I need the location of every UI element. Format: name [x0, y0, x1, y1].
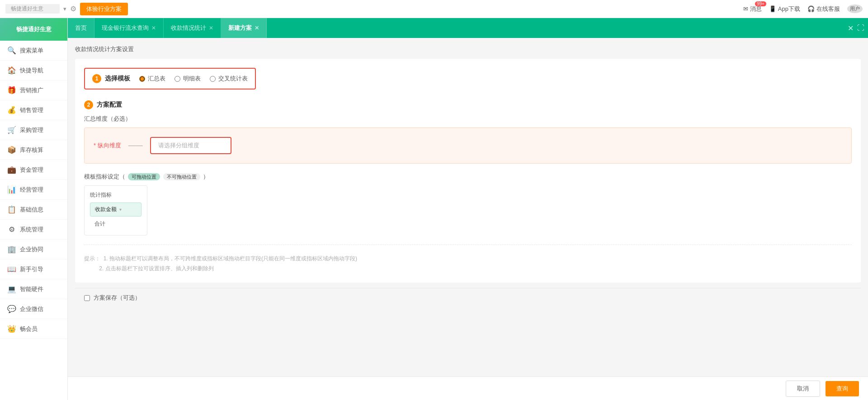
query-button[interactable]: 查询 [826, 381, 859, 396]
template-section-wrapper: 1 选择模板 汇总表 明细表 [84, 68, 852, 89]
guide-icon: 📖 [7, 265, 16, 273]
radio-detail-label: 明细表 [183, 75, 201, 83]
tab-collection-stats-close-icon[interactable]: ✕ [209, 25, 213, 31]
sidebar-label-sales: 销售管理 [20, 106, 43, 114]
sidebar-item-hardware[interactable]: 💻 智能硬件 [0, 279, 67, 299]
sidebar-item-inventory[interactable]: 📦 库存核算 [0, 140, 67, 160]
inventory-icon: 📦 [7, 146, 16, 154]
metrics-section-label: 模板指标设定（ 可拖动位置 不可拖动位置 ） [84, 173, 852, 181]
customer-service-label: 在线客服 [816, 5, 840, 13]
tab-new-plan[interactable]: 新建方案 ✕ [221, 18, 267, 38]
tab-bar-actions: ✕ ⛶ [848, 24, 868, 33]
config-section: 2 方案配置 汇总维度（必选） * 纵向维度 —— 请选择分组维度 [84, 100, 852, 273]
breadcrumb-text: 畅捷通好生意 [5, 4, 60, 14]
sidebar-item-wechat[interactable]: 💬 企业微信 [0, 299, 67, 319]
metric-chevron-icon[interactable]: ▾ [119, 207, 122, 212]
sidebar-label-wechat: 企业微信 [20, 305, 43, 313]
sidebar-label-hardware: 智能硬件 [20, 285, 43, 293]
sidebar-label-finance: 资金管理 [20, 166, 43, 174]
metrics-label-text: 模板指标设定（ [84, 173, 125, 180]
sidebar-item-marketing[interactable]: 🎁 营销推广 [0, 80, 67, 100]
tab-home[interactable]: 首页 [68, 18, 94, 38]
sidebar-item-operations[interactable]: 📊 经营管理 [0, 180, 67, 200]
sidebar-label-enterprise: 企业协同 [20, 245, 43, 254]
metrics-section: 模板指标设定（ 可拖动位置 不可拖动位置 ） 统计指标 收款金额 ▾ [84, 173, 852, 235]
sidebar-label-operations: 经营管理 [20, 186, 43, 194]
customer-service-button[interactable]: 🎧 在线客服 [807, 5, 840, 13]
sidebar-item-guide[interactable]: 📖 新手引导 [0, 259, 67, 279]
sidebar-item-purchase[interactable]: 🛒 采购管理 [0, 120, 67, 140]
message-icon: ✉ [743, 5, 748, 12]
footer-section: 方案保存（可选） [75, 288, 861, 307]
sidebar-item-sales[interactable]: 💰 销售管理 [0, 100, 67, 120]
sidebar-label-inventory: 库存核算 [20, 146, 43, 154]
avatar-icon: 用户 [847, 5, 863, 13]
non-draggable-badge: 不可拖动位置 [163, 173, 200, 180]
save-label: 方案保存（可选） [94, 294, 141, 302]
metric-amount-label: 收款金额 [95, 206, 117, 213]
save-checkbox[interactable] [84, 295, 90, 301]
tab-collection-stats-label: 收款情况统计 [171, 24, 206, 32]
service-icon: 🎧 [807, 5, 815, 12]
sidebar: 畅捷通好生意 标准版 🔍 搜索菜单 🏠 快捷导航 🎁 营销推广 💰 销售管理 🛒… [0, 18, 68, 400]
sidebar-item-member[interactable]: 👑 畅会员 [0, 319, 67, 339]
metrics-close-text: ） [203, 173, 209, 180]
metric-tag-amount[interactable]: 收款金额 ▾ [90, 202, 142, 216]
radio-summary-input[interactable] [139, 76, 145, 82]
trial-button[interactable]: 体验行业方案 [80, 3, 128, 15]
tab-minimize-icon[interactable]: ✕ [848, 24, 854, 33]
messages-button[interactable]: ✉ 消息 99+ [743, 5, 762, 13]
sidebar-item-finance[interactable]: 💼 资金管理 [0, 160, 67, 180]
operations-icon: 📊 [7, 185, 16, 194]
dropdown-arrow-icon[interactable]: ▾ [63, 5, 66, 12]
cancel-button[interactable]: 取消 [786, 381, 820, 397]
section1-header: 1 选择模板 [92, 74, 130, 83]
sidebar-label-basic-info: 基础信息 [20, 206, 43, 214]
section2-title: 方案配置 [97, 101, 122, 109]
member-icon: 👑 [7, 325, 16, 333]
radio-detail[interactable]: 明细表 [175, 75, 201, 83]
tab-new-plan-label: 新建方案 [228, 24, 252, 32]
dimension-row: * 纵向维度 —— 请选择分组维度 [94, 137, 842, 154]
sidebar-label-marketing: 营销推广 [20, 86, 43, 94]
dimension-area: * 纵向维度 —— 请选择分组维度 [84, 127, 852, 164]
user-avatar[interactable]: 用户 [847, 5, 863, 13]
tab-new-plan-close-icon[interactable]: ✕ [255, 25, 259, 31]
sidebar-item-search-menu[interactable]: 🔍 搜索菜单 [0, 41, 67, 61]
header-left: 畅捷通好生意 ▾ ⚙ 体验行业方案 [5, 3, 128, 15]
hardware-icon: 💻 [7, 285, 16, 293]
radio-cross-input[interactable] [210, 76, 216, 82]
sidebar-item-system[interactable]: ⚙ 系统管理 [0, 220, 67, 240]
sidebar-item-enterprise[interactable]: 🏢 企业协同 [0, 240, 67, 259]
sales-icon: 💰 [7, 106, 16, 114]
radio-summary-label: 汇总表 [148, 75, 165, 83]
sidebar-item-basic-info[interactable]: 📋 基础信息 [0, 200, 67, 220]
tab-home-label: 首页 [75, 24, 87, 32]
radio-detail-input[interactable] [175, 76, 180, 82]
finance-icon: 💼 [7, 165, 16, 174]
tab-maximize-icon[interactable]: ⛶ [857, 24, 864, 32]
dimension-selector[interactable]: 请选择分组维度 [150, 137, 231, 154]
vertical-dimension-label: * 纵向维度 [94, 141, 121, 150]
wechat-icon: 💬 [7, 305, 16, 313]
top-header: 畅捷通好生意 ▾ ⚙ 体验行业方案 ✉ 消息 99+ 📱 App下载 🎧 在线客… [0, 0, 868, 18]
marketing-icon: 🎁 [7, 86, 16, 94]
section2-header: 2 方案配置 [84, 100, 852, 109]
tip-2: 2. 点击标题栏下拉可设置排序、插入列和删除列 [84, 264, 852, 274]
radio-summary[interactable]: 汇总表 [139, 75, 165, 83]
basic-info-icon: 📋 [7, 205, 16, 214]
system-icon: ⚙ [7, 225, 16, 234]
tab-collection-stats[interactable]: 收款情况统计 ✕ [164, 18, 221, 38]
tab-bank-flow-close-icon[interactable]: ✕ [151, 25, 156, 31]
app-download-button[interactable]: 📱 App下载 [769, 5, 800, 13]
sidebar-item-quick-nav[interactable]: 🏠 快捷导航 [0, 61, 67, 80]
sidebar-label-purchase: 采购管理 [20, 126, 43, 134]
tab-bank-flow[interactable]: 现金银行流水查询 ✕ [94, 18, 164, 38]
radio-cross-label: 交叉统计表 [218, 75, 248, 83]
settings-icon[interactable]: ⚙ [70, 5, 76, 13]
radio-cross[interactable]: 交叉统计表 [210, 75, 248, 83]
template-selector: 1 选择模板 汇总表 明细表 [84, 68, 256, 89]
settings-card: 1 选择模板 汇总表 明细表 [75, 59, 861, 282]
search-menu-icon: 🔍 [7, 46, 16, 55]
messages-badge: 99+ [755, 1, 766, 6]
